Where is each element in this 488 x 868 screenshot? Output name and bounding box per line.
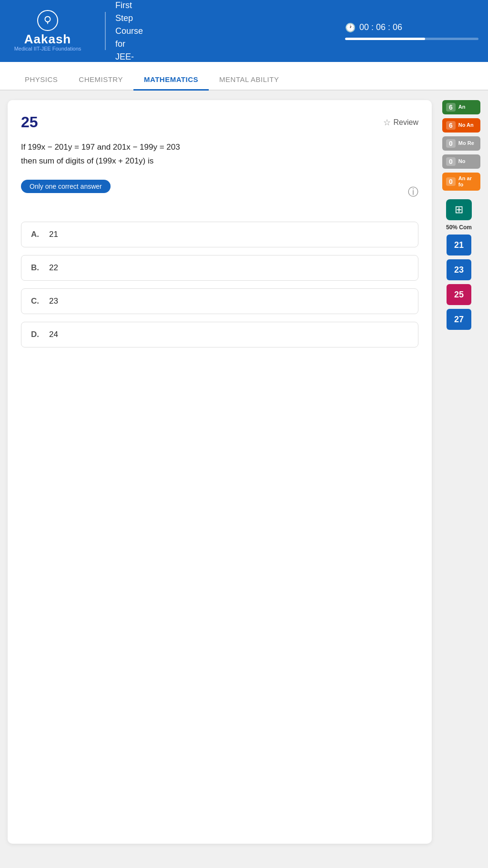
question-header: 25 ☆ Review [21,113,418,131]
option-b-value: 22 [49,263,58,273]
option-c-label: C. [31,296,41,306]
badge-answered-num: 6 [446,103,456,112]
logo-circle [37,10,58,31]
sidebar-badge-marked: 0 Mo Re [442,136,480,151]
question-nav-23[interactable]: 23 [447,259,471,280]
calculator-icon: ⊞ [455,204,463,216]
star-icon: ☆ [383,117,391,128]
info-icon[interactable]: ⓘ [408,185,418,199]
badge-not-answered-num: 6 [446,121,456,130]
tab-physics[interactable]: PHYSICS [14,70,68,91]
question-nav-25[interactable]: 25 [447,284,471,305]
sidebar-badge-answered-marked: 0 An ar fo [442,173,480,191]
course-info: 2024 : First Step Course for JEE- S09H [115,0,331,76]
question-text-part1: If 199x − 201y = 197 and 201x − 199y = 2… [21,143,180,152]
timer-progress-fill [345,38,425,40]
question-nav-21[interactable]: 21 [447,235,471,255]
option-c-value: 23 [49,296,58,306]
sidebar-badge-answered: 6 An [442,100,480,114]
option-b-label: B. [31,263,41,273]
review-button[interactable]: ☆ Review [383,117,418,128]
option-c[interactable]: C. 23 [21,288,418,314]
review-label: Review [394,118,418,127]
timer-area: 🕐 00 : 06 : 06 [345,22,478,40]
sidebar-badge-not-answered: 6 No An [442,118,480,133]
option-a-label: A. [31,230,41,239]
question-nav-27[interactable]: 27 [447,309,471,330]
header-divider [105,12,106,50]
timer-display: 🕐 00 : 06 : 06 [345,22,402,33]
badge-not-visited-num: 0 [446,157,456,166]
app-header: Aakash Medical IIT-JEE Foundations 2024 … [0,0,488,62]
badge-marked-text: Mo Re [458,140,474,146]
sidebar-badge-not-visited: 0 No [442,154,480,169]
main-content: 25 ☆ Review If 199x − 201y = 197 and 201… [0,91,488,853]
sidebar-panel: 6 An 6 No An 0 Mo Re 0 No 0 An ar fo ⊞ 5… [437,100,480,844]
badge-answered-marked-text: An ar fo [458,175,477,188]
question-text: If 199x − 201y = 197 and 201x − 199y = 2… [21,141,418,168]
badge-not-answered-text: No An [458,122,474,128]
option-d[interactable]: D. 24 [21,322,418,347]
option-b[interactable]: B. 22 [21,255,418,281]
badge-marked-num: 0 [446,139,456,148]
logo-icon [42,15,53,26]
question-text-part2: then sum of digits of (199x + 201y) is [21,156,153,165]
logo-name: Aakash [24,33,71,45]
percent-label: 50% Com [446,224,472,231]
options-list: A. 21 B. 22 C. 23 D. 24 [21,222,418,347]
option-a-value: 21 [49,230,58,239]
timer-progress-bar [345,38,478,40]
logo-subtitle: Medical IIT-JEE Foundations [14,45,81,52]
answer-type-badge: Only one correct answer [21,180,111,193]
badge-answered-text: An [458,104,466,110]
badge-answered-marked-num: 0 [446,177,456,186]
logo-area: Aakash Medical IIT-JEE Foundations [10,10,86,52]
question-panel: 25 ☆ Review If 199x − 201y = 197 and 201… [8,100,432,844]
question-number: 25 [21,113,38,131]
option-d-label: D. [31,330,41,339]
badge-not-visited-text: No [458,158,466,164]
option-a[interactable]: A. 21 [21,222,418,247]
timer-value: 00 : 06 : 06 [359,22,402,32]
option-d-value: 24 [49,330,58,339]
clock-icon: 🕐 [345,22,356,33]
calculator-button[interactable]: ⊞ [446,199,472,220]
